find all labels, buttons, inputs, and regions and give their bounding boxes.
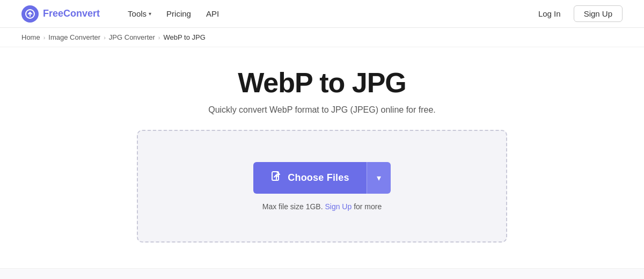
login-button[interactable]: Log In [532,6,567,21]
logo-link[interactable]: FreeConvert [21,5,100,23]
chevron-down-icon: ▾ [149,11,151,17]
choose-files-group: Choose Files ▾ [253,162,390,194]
navbar: FreeConvert Tools ▾ Pricing API Log In S… [0,0,644,28]
nav-api[interactable]: API [200,6,225,21]
page-title: WebP to JPG [238,67,406,99]
breadcrumb-jpg-converter[interactable]: JPG Converter [109,33,155,41]
drop-zone[interactable]: Choose Files ▾ Max file size 1GB. Sign U… [137,130,507,243]
breadcrumb-separator-2: › [104,34,106,41]
file-icon [270,171,282,185]
breadcrumb-home[interactable]: Home [21,33,40,41]
nav-links: Tools ▾ Pricing API [121,6,532,21]
page-subtitle: Quickly convert WebP format to JPG (JPEG… [208,105,436,115]
choose-files-label: Choose Files [288,172,349,183]
breadcrumb-separator-1: › [43,34,46,41]
chevron-down-icon: ▾ [377,173,381,183]
nav-pricing[interactable]: Pricing [160,6,197,21]
dropdown-button[interactable]: ▾ [367,162,391,194]
breadcrumb-current: WebP to JPG [164,33,206,41]
signup-link[interactable]: Sign Up [325,202,352,211]
breadcrumb-separator-3: › [158,34,160,41]
main-content: WebP to JPG Quickly convert WebP format … [0,47,644,243]
bottom-bar [0,268,644,279]
nav-actions: Log In Sign Up [532,5,623,22]
logo-text: FreeConvert [43,8,100,19]
nav-tools[interactable]: Tools ▾ [121,6,158,21]
signup-button[interactable]: Sign Up [574,5,623,22]
breadcrumb-image-converter[interactable]: Image Converter [48,33,100,41]
logo-icon [21,5,39,23]
breadcrumb: Home › Image Converter › JPG Converter ›… [0,28,644,47]
choose-files-button[interactable]: Choose Files [253,162,366,194]
file-size-note: Max file size 1GB. Sign Up for more [262,202,382,211]
